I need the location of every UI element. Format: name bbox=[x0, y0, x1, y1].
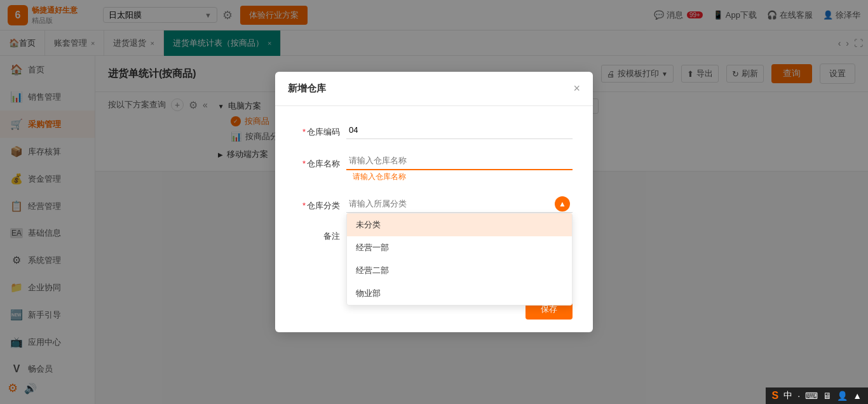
chinese-icon[interactable]: 中 bbox=[783, 390, 792, 401]
dropdown-item-property[interactable]: 物业部 bbox=[347, 282, 572, 305]
dropdown-item-dept1[interactable]: 经营一部 bbox=[347, 236, 572, 259]
code-label: 仓库编码 bbox=[295, 121, 346, 138]
form-row-name-inner: 仓库名称 bbox=[295, 152, 573, 170]
user-bottom-icon[interactable]: 👤 bbox=[837, 391, 848, 401]
bottom-status-bar: S 中 · ⌨ 🖥 👤 ▲ bbox=[766, 387, 868, 404]
form-row-category: 仓库分类 ▲ 未分类 经营一部 经营二部 物业部 bbox=[295, 195, 573, 213]
monitor-icon[interactable]: 🖥 bbox=[823, 391, 832, 401]
dropdown-item-uncategorized[interactable]: 未分类 bbox=[347, 213, 572, 236]
category-dropdown: 未分类 经营一部 经营二部 物业部 bbox=[346, 213, 573, 306]
keyboard-icon[interactable]: ⌨ bbox=[805, 391, 818, 401]
logo-s-icon: S bbox=[772, 390, 779, 401]
dialog-close-btn[interactable]: × bbox=[573, 82, 580, 95]
name-label: 仓库名称 bbox=[295, 153, 346, 170]
form-row-name: 仓库名称 请输入仓库名称 bbox=[295, 152, 573, 182]
modal-overlay[interactable]: 新增仓库 × 仓库编码 仓库名称 请输入仓库名称 仓库分类 bbox=[0, 0, 868, 404]
form-row-code: 仓库编码 bbox=[295, 121, 573, 139]
dialog-title: 新增仓库 bbox=[288, 83, 326, 95]
dialog-header: 新增仓库 × bbox=[275, 72, 593, 106]
dropdown-item-dept2[interactable]: 经营二部 bbox=[347, 259, 572, 282]
category-label: 仓库分类 bbox=[295, 195, 346, 212]
diamond-icon[interactable]: · bbox=[797, 391, 800, 401]
name-input[interactable] bbox=[346, 152, 573, 170]
code-input[interactable] bbox=[346, 121, 573, 139]
name-error-msg: 请输入仓库名称 bbox=[295, 172, 406, 182]
category-arrow-btn[interactable]: ▲ bbox=[555, 196, 570, 212]
category-select-wrapper: ▲ 未分类 经营一部 经营二部 物业部 bbox=[346, 195, 573, 213]
dialog-body: 仓库编码 仓库名称 请输入仓库名称 仓库分类 ▲ 未分类 bbox=[275, 106, 593, 292]
notes-label: 备注 bbox=[295, 226, 346, 242]
category-input[interactable] bbox=[346, 195, 573, 213]
dialog: 新增仓库 × 仓库编码 仓库名称 请输入仓库名称 仓库分类 bbox=[275, 72, 593, 332]
expand-icon[interactable]: ▲ bbox=[853, 391, 862, 401]
